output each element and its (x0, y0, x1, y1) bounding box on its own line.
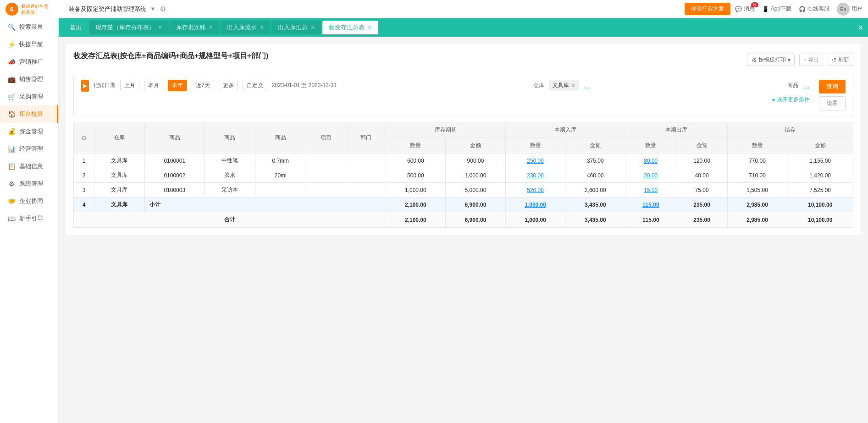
subtotal-row: 4 文具库 小计 2,100.00 6,900.00 1,000.00 3,43… (74, 198, 853, 212)
th-goods-spec: 商品 (255, 122, 306, 154)
dropdown-icon[interactable]: ▼ (150, 5, 156, 12)
row-department (346, 154, 386, 168)
goods-more[interactable]: ... (803, 82, 810, 90)
tab-batch[interactable]: 库存批次账 ✕ (170, 21, 220, 34)
row-in-amt: 375.00 (565, 154, 625, 168)
sidebar-item-marketing[interactable]: 📣营销推广 (0, 53, 58, 71)
warehouse-tag-close[interactable]: ✕ (571, 82, 575, 89)
row-out-qty[interactable]: 15.00 (625, 183, 676, 198)
sales-icon: 💼 (7, 76, 16, 83)
sidebar: 🔍搜索菜单⚡快捷导航📣营销推广💼销售管理🛒采购管理🏠库存核算💰资金管理📊经营管理… (0, 18, 59, 423)
tab-close-flow[interactable]: ✕ (260, 24, 264, 31)
th-bal-qty: 数量 (727, 138, 787, 154)
row-goods-code: 0100003 (144, 183, 205, 198)
print-btn[interactable]: 🖨 按模板打印 ▾ (747, 54, 795, 66)
th-goods-code: 商品 (144, 122, 205, 154)
message-icon-item[interactable]: 💬 消息 6 (735, 5, 755, 13)
tab-home[interactable]: 首页 (63, 21, 88, 34)
table-row: 1 文具库 0100001 中性笔 0.7mm 600.00 900.00 25… (74, 154, 853, 168)
row-department (346, 183, 386, 198)
footer-out-qty: 115.00 (625, 212, 676, 228)
settings-btn[interactable]: 设置 (819, 96, 846, 110)
row-in-qty[interactable]: 520.00 (505, 183, 565, 198)
app-download-item[interactable]: 📱 App下载 (762, 5, 791, 13)
finance-icon: 💰 (7, 128, 16, 135)
footer-in-amt: 3,435.00 (565, 212, 625, 228)
row-out-qty[interactable]: 20.00 (625, 168, 676, 183)
sub-in-amt: 3,435.00 (565, 198, 625, 212)
refresh-icon: ↺ (832, 57, 836, 63)
refresh-btn[interactable]: ↺ 刷新 (828, 54, 853, 66)
sidebar-item-inventory[interactable]: 🏠库存核算 (0, 105, 58, 123)
purchase-icon: 🛒 (7, 93, 16, 100)
tab-receive-send[interactable]: 收发存汇总表 ✕ (322, 21, 378, 34)
query-btn[interactable]: 查询 (819, 80, 846, 93)
online-service-item[interactable]: 🎧 在线客服 (799, 5, 829, 13)
tab-flow[interactable]: 出入库流水 ✕ (221, 21, 271, 34)
sidebar-label-operations: 经营管理 (19, 145, 43, 153)
row-in-qty[interactable]: 230.00 (505, 168, 565, 183)
settings-icon[interactable]: ⚙ (160, 5, 166, 13)
table-settings-gear[interactable]: ⚙ (78, 132, 89, 143)
user-item[interactable]: Ea 用户 (837, 3, 862, 16)
tab-close-receive-send[interactable]: ✕ (367, 24, 372, 31)
date-btn-more[interactable]: 更多 (219, 80, 238, 91)
sidebar-item-newbie[interactable]: 📖新手引导 (0, 210, 58, 227)
filter-toggle-btn[interactable]: ▶ (81, 80, 89, 92)
sidebar-item-search[interactable]: 🔍搜索菜单 (0, 18, 58, 36)
sidebar-item-system[interactable]: ⚙系统管理 (0, 175, 58, 192)
sub-in-qty[interactable]: 1,000.00 (505, 198, 565, 212)
tab-close-stock-dist[interactable]: ✕ (158, 24, 162, 31)
sidebar-item-purchase[interactable]: 🛒采购管理 (0, 88, 58, 105)
tab-close-batch[interactable]: ✕ (209, 24, 213, 31)
th-out-qty: 数量 (625, 138, 676, 154)
date-btn-7days[interactable]: 近7天 (192, 80, 214, 91)
date-btn-this-month[interactable]: 本月 (144, 80, 163, 91)
sidebar-item-quick[interactable]: ⚡快捷导航 (0, 36, 58, 53)
th-in-amt: 金额 (565, 138, 625, 154)
logo-icon: 6 (6, 3, 18, 16)
sidebar-label-enterprise: 企业协同 (19, 197, 43, 205)
print-dropdown-icon: ▾ (788, 57, 791, 63)
date-label: 记账日期 (94, 82, 116, 89)
th-current-out: 本期出库 (625, 122, 728, 138)
sidebar-label-newbie: 新手引导 (19, 214, 43, 223)
row-goods-code: 0100001 (144, 154, 205, 168)
footer-label: 合计 (74, 212, 386, 228)
sub-out-qty[interactable]: 115.00 (625, 198, 676, 212)
row-out-qty[interactable]: 80.00 (625, 154, 676, 168)
sidebar-item-basic[interactable]: 📋基础信息 (0, 158, 58, 175)
row-goods-name: 采访本 (205, 183, 255, 198)
sidebar-item-finance[interactable]: 💰资金管理 (0, 123, 58, 140)
sidebar-item-operations[interactable]: 📊经营管理 (0, 140, 58, 158)
date-btn-custom[interactable]: 自定义 (243, 80, 267, 91)
row-bal-amt: 1,155.00 (787, 154, 853, 168)
export-btn[interactable]: ↑ 导出 (799, 54, 823, 66)
row-goods-spec: 0.7mm (255, 154, 306, 168)
tab-bar-close[interactable]: ✕ (857, 23, 863, 32)
tab-summary[interactable]: 出入库汇总 ✕ (271, 21, 321, 34)
sidebar-label-sales: 销售管理 (19, 75, 43, 83)
row-bal-amt: 1,420.00 (787, 168, 853, 183)
date-btn-last-month[interactable]: 上月 (120, 80, 139, 91)
row-goods-name: 中性笔 (205, 154, 255, 168)
row-bal-qty: 710.00 (727, 168, 787, 183)
row-goods-spec: 20ml (255, 168, 306, 183)
sidebar-item-sales[interactable]: 💼销售管理 (0, 71, 58, 88)
tab-stock-dist[interactable]: 现存量（库存分布表） ✕ (89, 21, 169, 34)
sidebar-item-enterprise[interactable]: 🤝企业协同 (0, 192, 58, 210)
row-in-qty[interactable]: 250.00 (505, 154, 565, 168)
page-content: 收发存汇总表(按仓库+商品编码+商品+规格型号+项目+部门) 🖨 按模板打印 ▾… (59, 37, 868, 423)
row-in-amt: 460.00 (565, 168, 625, 183)
date-btn-this-year[interactable]: 本年 (168, 80, 187, 91)
trial-btn[interactable]: 体验行业方案 (685, 3, 730, 15)
th-open-amt: 金额 (446, 138, 506, 154)
goods-label: 商品 (787, 82, 798, 89)
th-warehouse: 仓库 (94, 122, 145, 154)
row-out-amt: 120.00 (676, 154, 727, 168)
marketing-icon: 📣 (7, 58, 16, 66)
tab-close-summary[interactable]: ✕ (310, 24, 315, 31)
warehouse-more[interactable]: ... (584, 82, 591, 90)
expand-btn[interactable]: ▾ 展开更多条件 (772, 96, 810, 104)
table-row: 2 文具库 0100002 胶水 20ml 500.00 1,000.00 23… (74, 168, 853, 183)
